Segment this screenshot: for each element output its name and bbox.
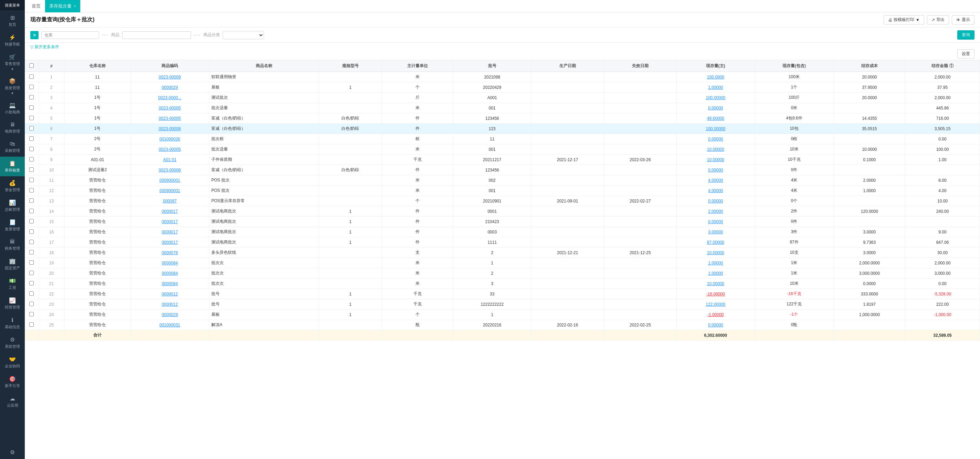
select-all-checkbox[interactable] xyxy=(29,63,34,68)
table-cell[interactable] xyxy=(25,82,38,92)
sidebar-item-tax[interactable]: 🏛 税务管理 xyxy=(0,235,25,255)
sidebar-item-small-ecom[interactable]: 💻 小批电商 xyxy=(0,99,25,118)
row-checkbox[interactable] xyxy=(29,147,34,151)
table-cell[interactable] xyxy=(25,309,38,320)
sidebar-item-salary[interactable]: 💵 工资 xyxy=(0,274,25,294)
table-cell[interactable] xyxy=(25,206,38,217)
table-cell[interactable] xyxy=(25,196,38,206)
row-checkbox[interactable] xyxy=(29,136,34,141)
row-checkbox[interactable] xyxy=(29,188,34,193)
table-cell[interactable] xyxy=(25,258,38,268)
tab-close-icon[interactable]: × xyxy=(74,4,76,9)
sidebar-item-base-info[interactable]: ℹ 基础信息 xyxy=(0,313,25,333)
table-cell[interactable] xyxy=(25,175,38,186)
table-cell[interactable] xyxy=(25,268,38,279)
expand-conditions[interactable]: ▽ 展开更多条件 xyxy=(30,44,975,50)
th-check[interactable] xyxy=(25,60,38,72)
sidebar-logo[interactable]: 搜索菜单 xyxy=(0,0,25,11)
row-checkbox[interactable] xyxy=(29,167,34,172)
table-cell[interactable] xyxy=(25,217,38,227)
table-cell[interactable] xyxy=(25,227,38,237)
table-cell[interactable] xyxy=(25,247,38,258)
row-checkbox[interactable] xyxy=(29,95,34,99)
table-cell[interactable] xyxy=(25,320,38,330)
table-cell[interactable] xyxy=(25,289,38,299)
table-cell xyxy=(531,103,604,113)
sidebar-item-assets[interactable]: 🏢 固定资产 xyxy=(0,255,25,274)
tab-inventory-batch[interactable]: 库存批次量 × xyxy=(45,0,81,13)
table-cell: 1米 xyxy=(754,258,834,268)
sidebar-item-purchase[interactable]: 🛍 采购管理 xyxy=(0,137,25,157)
row-checkbox[interactable] xyxy=(29,74,34,79)
sidebar-item-guide[interactable]: 🎯 新手引导 xyxy=(0,372,25,392)
row-checkbox[interactable] xyxy=(29,209,34,213)
sidebar-item-inventory[interactable]: 📋 库存核查 xyxy=(0,157,25,176)
table-cell: 17 xyxy=(38,237,64,247)
table-cell[interactable] xyxy=(25,103,38,113)
category-select[interactable] xyxy=(223,31,264,39)
sidebar-item-invoice[interactable]: 🧾 发票管理 xyxy=(0,215,25,235)
table-wrapper[interactable]: # 仓库名称 商品编码 商品名称 规格型号 主计量单位 批号 生产日期 失效日期… xyxy=(25,60,980,459)
row-checkbox[interactable] xyxy=(29,260,34,265)
row-checkbox[interactable] xyxy=(29,250,34,255)
row-checkbox[interactable] xyxy=(29,105,34,110)
row-checkbox[interactable] xyxy=(29,281,34,285)
row-checkbox[interactable] xyxy=(29,85,34,89)
sidebar-item-retail[interactable]: 🛒 零售管理 ▼ xyxy=(0,50,25,74)
row-checkbox[interactable] xyxy=(29,178,34,182)
row-checkbox[interactable] xyxy=(29,312,34,316)
row-checkbox[interactable] xyxy=(29,219,34,223)
table-cell[interactable] xyxy=(25,186,38,196)
row-checkbox[interactable] xyxy=(29,230,34,234)
table-cell[interactable] xyxy=(25,92,38,103)
table-row: 24营营给仓0000029展板1个1-1.00000-1个1,000.0000-… xyxy=(25,309,980,320)
warehouse-input[interactable] xyxy=(41,31,99,39)
sidebar-item-quick-nav[interactable]: ⚡ 快捷导航 xyxy=(0,31,25,50)
row-checkbox[interactable] xyxy=(29,271,34,275)
show-button[interactable]: 👁 显示 xyxy=(952,15,975,24)
row-checkbox[interactable] xyxy=(29,302,34,306)
row-checkbox[interactable] xyxy=(29,322,34,327)
table-cell[interactable] xyxy=(25,72,38,82)
row-checkbox[interactable] xyxy=(29,291,34,296)
row-checkbox[interactable] xyxy=(29,157,34,161)
table-cell: 营营给仓 xyxy=(64,217,130,227)
page-title: 现存量查询(按仓库＋批次) xyxy=(30,16,95,24)
row-checkbox[interactable] xyxy=(29,240,34,244)
table-cell[interactable] xyxy=(25,299,38,309)
table-cell: 000097 xyxy=(130,196,209,206)
sidebar-item-cloud[interactable]: ☁ 云应用 xyxy=(0,392,25,411)
row-checkbox[interactable] xyxy=(29,126,34,131)
sidebar-item-ecom[interactable]: 🖥 电商管理 xyxy=(0,118,25,137)
sidebar-item-operations[interactable]: 📈 经营管理 xyxy=(0,294,25,313)
row-checkbox[interactable] xyxy=(29,116,34,120)
set-button[interactable]: 设置 xyxy=(957,49,975,59)
table-cell[interactable] xyxy=(25,165,38,175)
sidebar-item-system[interactable]: ⚙ 系统管理 xyxy=(0,333,25,352)
query-button[interactable]: 查询 xyxy=(957,30,975,40)
table-cell[interactable] xyxy=(25,155,38,165)
sidebar-settings[interactable]: ⚙ xyxy=(0,446,25,459)
table-cell[interactable] xyxy=(25,124,38,134)
table-cell[interactable] xyxy=(25,144,38,155)
table-cell[interactable] xyxy=(25,237,38,247)
goods-input[interactable] xyxy=(122,31,191,39)
sidebar-item-ledger[interactable]: 📊 总账管理 xyxy=(0,196,25,215)
print-button[interactable]: 🖨 按模板打印 ▼ xyxy=(884,15,924,24)
sidebar-item-label: 快捷导航 xyxy=(5,41,20,47)
tab-home[interactable]: 首页 xyxy=(27,0,45,13)
row-checkbox[interactable] xyxy=(29,198,34,203)
filter-expand-btn[interactable]: > xyxy=(30,31,38,39)
export-button[interactable]: ↗ 导出 xyxy=(927,15,949,24)
table-cell xyxy=(531,279,604,289)
table-cell[interactable] xyxy=(25,113,38,124)
sidebar-item-wholesale[interactable]: 📦 批发管理 ▼ xyxy=(0,74,25,99)
sidebar-item-home[interactable]: ⊞ 首页 xyxy=(0,11,25,31)
table-cell[interactable] xyxy=(25,134,38,144)
table-cell: 20220216 xyxy=(453,320,531,330)
sidebar-item-collab[interactable]: 🤝 企业协同 xyxy=(0,352,25,372)
sidebar-item-finance[interactable]: 💰 资金管理 xyxy=(0,176,25,196)
table-cell: 0023-00005 xyxy=(130,144,209,155)
table-cell[interactable] xyxy=(25,279,38,289)
table-cell xyxy=(531,113,604,124)
